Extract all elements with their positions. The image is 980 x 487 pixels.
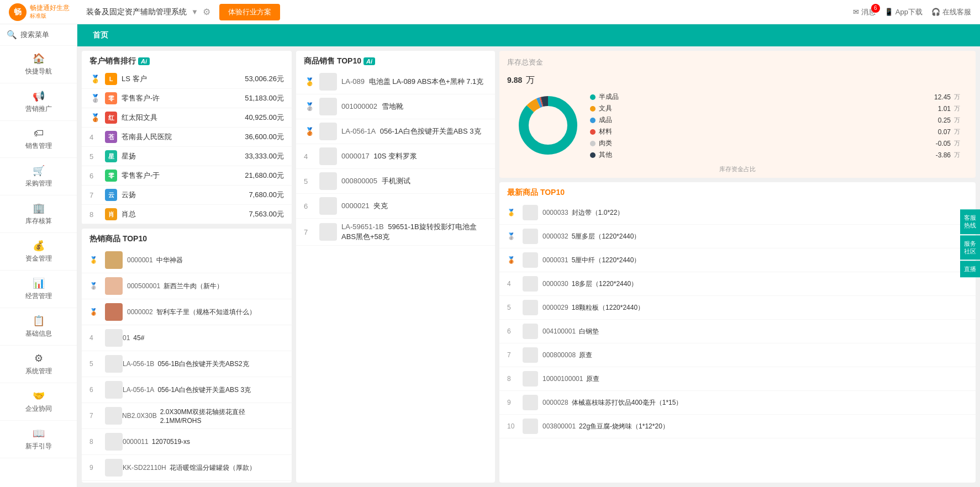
hot-code-8: 0000011: [123, 438, 149, 446]
new-code-8: 10000100001: [542, 375, 583, 383]
hot-item-5: 5 LA-056-1B 056-1B白色按键开关壳ABS2克: [82, 351, 292, 377]
hot-item-9: 9 KK-SD22110H 花语暖馆温分罐罐袋（厚款）: [82, 455, 292, 481]
rank-item-1: 🥇 L LS 客户 53,006.26元: [82, 70, 292, 89]
finance-icon: 💰: [33, 240, 45, 252]
sidebar-item-enterprise[interactable]: 🤝 企业协同: [0, 383, 77, 421]
sidebar-item-guide[interactable]: 📖 新手引导: [0, 421, 77, 458]
new-rank-9: 9: [507, 399, 518, 406]
new-name-7: 原查: [579, 351, 592, 360]
sidebar-item-basic[interactable]: 📋 基础信息: [0, 308, 77, 346]
hot-name-2: 新西兰牛肉（新牛）: [164, 282, 223, 291]
new-rank-1: 🥇: [507, 209, 518, 216]
sidebar-item-sales[interactable]: 🏷 销售管理: [0, 121, 77, 158]
rank-item-2: 🥈 零 零售客户-许 51,183.00元: [82, 89, 292, 108]
hot-products-panel: 热销商品 TOP10 🥇 0000001 中华神器 🥈 000500001: [82, 229, 292, 483]
hot-img-2: [105, 277, 123, 295]
sidebar-item-finance[interactable]: 💰 资金管理: [0, 233, 77, 271]
content-header: 首页: [77, 24, 980, 46]
ai-badge: Ai: [138, 57, 150, 65]
legend-unit-0: 万: [954, 93, 960, 101]
sales-num-6: 6: [304, 202, 315, 210]
new-code-2: 0000032: [542, 232, 568, 240]
content-body: 客户销售排行 Ai 🥇 L LS 客户 53,006.26元 🥈 零: [77, 46, 980, 487]
new-code-5: 0000029: [542, 304, 568, 311]
messages-button[interactable]: ✉ 消息 6: [853, 7, 876, 17]
hot-item-3: 🥉 0000002 智利车子里（规格不知道填什么）: [82, 299, 292, 325]
sidebar-item-system[interactable]: ⚙ 系统管理: [0, 346, 77, 383]
new-products-top-label: TOP10: [540, 188, 565, 197]
left-column: 客户销售排行 Ai 🥇 L LS 客户 53,006.26元 🥈 零: [82, 51, 292, 483]
sidebar-item-marketing[interactable]: 📢 营销推广: [0, 83, 77, 121]
top-sales-item-1: 🥇 LA-089 电池盖 LA-089 ABS本色+黑种 7.1克: [296, 70, 495, 94]
sales-info-4: 0000017 10S 变料罗浆: [341, 151, 487, 161]
app-download-button[interactable]: 📱 App下载: [884, 7, 923, 17]
sales-num-7: 7: [304, 228, 315, 236]
hot-name-3: 智利车子里（规格不知道填什么）: [156, 308, 256, 317]
float-btn-live[interactable]: 直播: [960, 261, 980, 277]
rank-amount-5: 33,333.00元: [245, 151, 284, 161]
online-service-button[interactable]: 🎧 在线客服: [931, 7, 971, 17]
rank-medal-4: 苍: [105, 131, 117, 143]
settings-icon[interactable]: ⚙: [203, 7, 210, 17]
new-img-5: [523, 300, 538, 315]
rank-item-6: 6 零 零售客户-于 21,680.00元: [82, 166, 292, 186]
hot-img-4: [105, 329, 123, 347]
hot-img-7: [105, 407, 122, 425]
customer-ranking-title: 客户销售排行: [89, 56, 136, 66]
new-code-10: 003800001: [542, 422, 576, 430]
hot-name-5: 056-1B白色按键开关壳ABS2克: [157, 359, 249, 369]
new-img-9: [523, 395, 538, 410]
legend-item-1: 文具 1.01 万: [590, 104, 960, 113]
sales-img-6: [319, 197, 337, 215]
top-sales-item-4: 4 0000017 10S 变料罗浆: [296, 144, 495, 169]
new-name-9: 体械嘉枝味苏打饮品400毫升（1*15）: [572, 398, 683, 407]
rank-num-7: 7: [89, 191, 101, 199]
rank-name-7: 云扬: [122, 190, 249, 200]
legend-dot-1: [590, 106, 596, 112]
new-code-9: 0000028: [542, 399, 568, 406]
sidebar-item-inventory[interactable]: 🏢 库存核算: [0, 195, 77, 233]
trophy-icon-2: 🥈: [89, 94, 101, 103]
rank-item-3: 🥉 红 红太阳文具 40,925.00元: [82, 108, 292, 128]
top-sales-panel: 商品销售 TOP10 Ai 🥇 LA-089 电池盖 LA-089 ABS本色+…: [296, 51, 495, 483]
sidebar-item-quick-nav[interactable]: 🏠 快捷导航: [0, 46, 77, 83]
hot-code-1: 0000001: [127, 256, 153, 264]
rank-name-3: 红太阳文具: [122, 113, 245, 123]
legend-unit-2: 万: [954, 116, 960, 124]
legend-item-3: 材料 0.07 万: [590, 127, 960, 136]
trial-button[interactable]: 体验行业方案: [219, 4, 280, 20]
float-btn-service[interactable]: 客服 热线: [960, 209, 980, 234]
hot-img-5: [105, 355, 123, 373]
new-rank-4: 4: [507, 280, 518, 288]
rank-name-1: LS 客户: [122, 74, 245, 84]
hot-rank-7: 7: [89, 412, 101, 420]
sales-trophy-2: 🥈: [304, 102, 315, 111]
legend-val-1: 1.01: [938, 105, 951, 113]
new-img-6: [523, 324, 538, 339]
rank-num-4: 4: [89, 133, 101, 141]
system-icon: ⚙: [34, 352, 43, 364]
sales-trophy-1: 🥇: [304, 77, 315, 86]
new-item-5: 5 0000029 18颗粒板（1220*2440）: [499, 296, 976, 320]
legend-name-2: 成品: [599, 115, 935, 125]
top-sales-item-5: 5 000800005 手机测试: [296, 169, 495, 194]
legend-name-3: 材料: [599, 127, 935, 136]
new-name-3: 5厘中纤（1220*2440）: [572, 256, 641, 265]
hot-img-8: [105, 433, 123, 451]
hot-rank-2: 🥈: [89, 282, 101, 290]
sidebar: 🔍 搜索菜单 🏠 快捷导航 📢 营销推广 🏷 销售管理 🛒 采购管理 🏢 库存核…: [0, 24, 77, 487]
system-arrow-icon[interactable]: ▼: [191, 8, 198, 16]
inventory-amount: 9.88 万: [507, 70, 543, 87]
float-btn-community[interactable]: 服务 社区: [960, 235, 980, 260]
new-img-3: [523, 252, 538, 268]
new-code-4: 0000030: [542, 280, 568, 288]
sidebar-item-purchase[interactable]: 🛒 采购管理: [0, 158, 77, 195]
sidebar-item-operation[interactable]: 📊 经营管理: [0, 271, 77, 308]
tab-home[interactable]: 首页: [86, 24, 115, 46]
topbar-system: 装备及固定资产辅助管理系统 ▼ ⚙ 体验行业方案: [86, 4, 853, 20]
search-menu[interactable]: 🔍 搜索菜单: [0, 24, 77, 46]
hot-code-6: LA-056-1A: [123, 386, 154, 394]
rank-medal-7: 云: [105, 189, 117, 201]
hot-img-1: [105, 251, 123, 269]
top-sales-item-6: 6 0000021 夹克: [296, 194, 495, 219]
